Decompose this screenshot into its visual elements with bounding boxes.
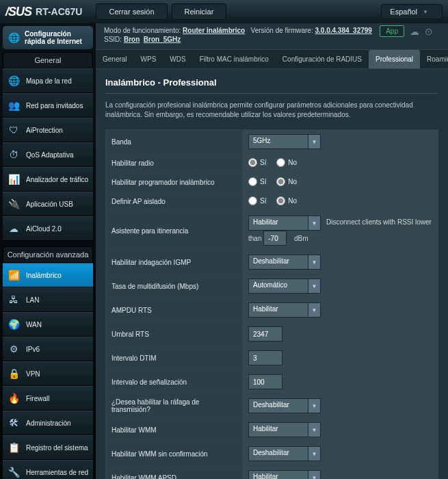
chevron-down-icon[interactable]: ▼: [308, 446, 321, 461]
setting-value: Deshabilitar▼: [243, 442, 438, 466]
select-value[interactable]: Automático: [248, 279, 308, 294]
select-value[interactable]: 5GHz: [248, 134, 308, 149]
sidebar-item-label: Registro del sistema: [26, 444, 88, 452]
sidebar-item[interactable]: 👥 Red para invitados: [3, 93, 93, 118]
app-button[interactable]: App: [380, 25, 404, 37]
sidebar-item[interactable]: 📊 Analizador de tráfico: [3, 167, 93, 192]
sidebar-item[interactable]: ⏱ QoS Adaptativa: [3, 142, 93, 167]
sidebar-item[interactable]: 🔒 VPN: [3, 361, 93, 386]
sidebar-item[interactable]: ☁ AiCloud 2.0: [3, 216, 93, 241]
sidebar-icon: 🛠: [7, 416, 21, 430]
sidebar-item[interactable]: 🌐 Mapa de la red: [3, 68, 93, 93]
setting-value: Sí No: [243, 154, 438, 173]
chevron-down-icon[interactable]: ▼: [308, 134, 321, 149]
sidebar-item-label: VPN: [26, 370, 40, 378]
page-description: La configuración profesional inalámbrica…: [105, 101, 438, 120]
sidebar-icon: 🔌: [7, 197, 21, 211]
sidebar-item[interactable]: 🔧 Herramientas de red: [3, 460, 93, 479]
ssid2-link[interactable]: Bron_5GHz: [144, 36, 181, 43]
chevron-down-icon[interactable]: ▼: [308, 398, 321, 413]
chevron-down-icon[interactable]: ▼: [308, 422, 321, 437]
language-label: Español: [390, 8, 417, 16]
quick-setup-button[interactable]: 🌐 Configuración rápida de Internet: [3, 26, 93, 49]
brand-logo: /SUS: [5, 5, 31, 19]
language-select[interactable]: Español ▼: [381, 4, 443, 19]
setting-value: [243, 370, 438, 394]
sidebar-item-label: AiProtection: [26, 127, 63, 134]
sidebar-item[interactable]: 📶 Inalámbrico: [3, 263, 93, 287]
rssi-input[interactable]: [263, 231, 287, 246]
select-value[interactable]: Habilitar: [248, 302, 308, 318]
cloud-icon[interactable]: ☁: [410, 26, 419, 37]
select-value[interactable]: Deshabilitar: [248, 398, 308, 413]
tab-bar: GeneralWPSWDSFiltro MAC inalámbricoConfi…: [96, 49, 448, 69]
sidebar-item[interactable]: ⚙ IPv6: [3, 337, 93, 361]
sidebar-item[interactable]: 📋 Registro del sistema: [3, 435, 93, 460]
sidebar-item-label: Administración: [26, 419, 71, 427]
logout-button[interactable]: Cerrar sesión: [96, 3, 167, 20]
setting-value: Habilitar▼: [243, 298, 438, 322]
chevron-down-icon[interactable]: ▼: [308, 216, 321, 231]
setting-value: Sí No: [243, 192, 438, 211]
chevron-down-icon[interactable]: ▼: [308, 279, 321, 294]
ssid1-link[interactable]: Bron: [124, 36, 140, 43]
setting-label: Asistente para itinerancia: [106, 211, 243, 250]
radio-no[interactable]: No: [276, 196, 297, 205]
text-input[interactable]: [248, 374, 282, 389]
select-value[interactable]: Habilitar: [248, 470, 308, 479]
sidebar-icon: 🌐: [7, 74, 21, 88]
sidebar-icon: 🔥: [7, 391, 21, 405]
tab[interactable]: Filtro MAC inalámbrico: [193, 50, 276, 68]
info-icon[interactable]: ⊙: [425, 26, 433, 37]
radio-si[interactable]: Sí: [248, 158, 266, 167]
setting-label: Habilitar WMM: [106, 418, 243, 442]
mode-link[interactable]: Router inalámbrico: [183, 27, 245, 34]
setting-label: Habilitar radio: [106, 154, 243, 173]
radio-si[interactable]: Sí: [248, 196, 266, 205]
sidebar-item-label: Inalámbrico: [26, 272, 62, 279]
sidebar-item[interactable]: 🌍 WAN: [3, 312, 93, 337]
fw-link[interactable]: 3.0.0.4.384_32799: [315, 27, 372, 34]
setting-value: 5GHz▼: [243, 130, 438, 154]
radio-no[interactable]: No: [276, 177, 297, 186]
reboot-button[interactable]: Reiniciar: [172, 3, 227, 20]
select-value[interactable]: Habilitar: [248, 422, 308, 437]
sidebar-item[interactable]: 🛡 AiProtection: [3, 118, 93, 142]
sidebar-item[interactable]: 🔌 Aplicación USB: [3, 192, 93, 216]
sidebar-item[interactable]: 🛠 Administración: [3, 411, 93, 435]
text-input[interactable]: [248, 350, 282, 365]
tab[interactable]: General: [96, 50, 134, 68]
setting-value: Deshabilitar▼: [243, 250, 438, 274]
settings-table: Banda5GHz▼Habilitar radioSí NoHabilitar …: [105, 129, 438, 479]
tab[interactable]: WPS: [134, 50, 163, 68]
text-input[interactable]: [248, 326, 282, 341]
setting-label: Intervalo de señalización: [106, 370, 243, 394]
setting-label: ¿Desea habilitar la ráfaga de transmisió…: [106, 394, 243, 418]
sidebar-icon: 📊: [7, 172, 21, 186]
chevron-down-icon[interactable]: ▼: [308, 470, 321, 479]
sidebar-heading-general: General: [3, 52, 93, 68]
chevron-down-icon[interactable]: ▼: [308, 302, 321, 318]
setting-value: [243, 346, 438, 370]
mode-label: Modo de funcionamiento:: [104, 27, 181, 34]
setting-label: Banda: [106, 130, 243, 154]
select-value[interactable]: Deshabilitar: [248, 446, 308, 461]
sidebar-item-label: Herramientas de red: [26, 469, 88, 476]
sidebar-item[interactable]: 🔥 Firewall: [3, 386, 93, 411]
radio-si[interactable]: Sí: [248, 177, 266, 186]
page-title: Inalámbrico - Professional: [105, 77, 438, 94]
sidebar-icon: ⚙: [7, 342, 21, 356]
sidebar: 🌐 Configuración rápida de Internet Gener…: [0, 23, 96, 479]
fw-label: Versión de firmware:: [251, 27, 313, 34]
sidebar-item[interactable]: 🖧 LAN: [3, 287, 93, 312]
radio-no[interactable]: No: [276, 158, 297, 167]
dbm-label: dBm: [294, 235, 308, 242]
select-value[interactable]: Deshabilitar: [248, 255, 308, 270]
tab[interactable]: WDS: [163, 50, 192, 68]
tab[interactable]: Professional: [369, 50, 420, 68]
tab[interactable]: Configuración de RADIUS: [276, 50, 369, 68]
select-value[interactable]: Habilitar: [248, 216, 308, 231]
tab[interactable]: Roaming Block List: [420, 50, 448, 68]
chevron-down-icon[interactable]: ▼: [308, 255, 321, 270]
sidebar-icon: 🔧: [7, 465, 21, 479]
